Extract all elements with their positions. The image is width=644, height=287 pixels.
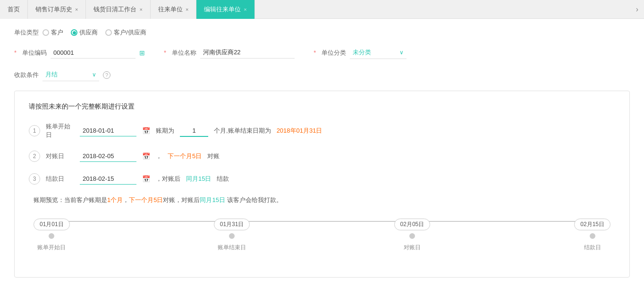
- radio-group: 客户 供应商 客户/供应商: [42, 28, 146, 37]
- period-row3-prefix: ，对账后: [156, 175, 180, 183]
- period-row-2: 2 对账日 📅 ， 下一个月5日 对账: [29, 151, 615, 162]
- preview-prefix: 账期预览：当前客户账期是: [34, 196, 107, 203]
- period-recon-date-input[interactable]: [80, 151, 136, 162]
- period-row2-next-text: 下一个月5日: [168, 152, 202, 160]
- main-content: 单位类型 客户 供应商 客户/供应商 * 单位编码: [0, 19, 644, 287]
- radio-both-circle: [105, 29, 112, 36]
- category-group: * 单位分类 未分类 ∨: [314, 46, 407, 59]
- timeline-label-2: 对账日: [404, 244, 421, 252]
- period-recon-date-calendar-icon[interactable]: 📅: [142, 152, 150, 160]
- tab-cash-work-close[interactable]: ×: [139, 7, 142, 12]
- period-start-date-calendar-icon[interactable]: 📅: [142, 127, 150, 135]
- radio-customer[interactable]: 客户: [42, 28, 63, 37]
- period-label-1: 账单开始日: [46, 122, 74, 139]
- tab-home-label: 首页: [8, 5, 20, 14]
- period-num-3: 3: [29, 173, 40, 185]
- preview-suffix: 该客户会给我打款。: [225, 196, 282, 203]
- tab-more-button[interactable]: ›: [630, 0, 644, 19]
- radio-both[interactable]: 客户/供应商: [105, 28, 146, 37]
- radio-customer-label: 客户: [51, 28, 63, 37]
- name-label: 单位名称: [172, 49, 196, 57]
- period-end-date-highlight: 2018年01月31日: [277, 127, 322, 135]
- tab-cash-work[interactable]: 钱货日清工作台 ×: [86, 0, 150, 19]
- payment-terms-label: 收款条件: [14, 71, 39, 79]
- preview-part3: 同月15日: [200, 196, 225, 203]
- tab-home[interactable]: 首页: [0, 0, 28, 19]
- period-row2-suffix: 对账: [207, 152, 220, 160]
- payment-terms-select[interactable]: 月结 ∨: [42, 68, 99, 81]
- preview-sep1: ，: [123, 196, 129, 203]
- radio-both-label: 客户/供应商: [114, 28, 146, 37]
- code-group: * 单位编码 ⊞: [14, 47, 145, 59]
- section-title: 请按照未来的一个完整帐期进行设置: [29, 102, 615, 111]
- radio-supplier[interactable]: 供应商: [71, 28, 98, 37]
- unit-type-group: 单位类型 客户 供应商 客户/供应商: [14, 28, 146, 37]
- period-payment-date-input[interactable]: [80, 173, 136, 185]
- timeline-dot-0: [49, 233, 54, 239]
- timeline-date-badge-0: 01月01日: [34, 219, 70, 230]
- category-chevron-icon: ∨: [399, 49, 404, 56]
- payment-terms-help-icon[interactable]: ?: [103, 71, 110, 79]
- tabs-bar: 首页 销售订单历史 × 钱货日清工作台 × 往来单位 × 编辑往来单位 × ›: [0, 0, 644, 19]
- period-label-2: 对账日: [46, 152, 74, 160]
- tab-partners-close[interactable]: ×: [186, 7, 188, 12]
- name-required: *: [164, 49, 166, 56]
- period-start-date-input[interactable]: [80, 125, 136, 136]
- radio-supplier-circle: [71, 29, 77, 36]
- category-value: 未分类: [353, 48, 397, 57]
- payment-terms-group: 收款条件 月结 ∨ ?: [14, 68, 110, 81]
- tab-sales-history[interactable]: 销售订单历史 ×: [28, 0, 86, 19]
- tab-partners-label: 往来单位: [158, 5, 183, 14]
- tab-partners[interactable]: 往来单位 ×: [151, 0, 196, 19]
- timeline-dot-3: [590, 233, 595, 239]
- code-required: *: [14, 49, 17, 56]
- preview-text: 账期预览：当前客户账期是1个月，下一个月5日对账，对账后同月15日 该客户会给我…: [34, 196, 610, 204]
- timeline-dot-1: [229, 233, 235, 239]
- period-row3-suffix: 结款: [217, 175, 229, 183]
- payment-terms-value: 月结: [45, 70, 89, 79]
- category-select[interactable]: 未分类 ∨: [350, 46, 407, 59]
- timeline-date-badge-1: 01月31日: [214, 219, 250, 230]
- timeline-point-2: 02月05日 对账日: [394, 219, 431, 252]
- period-num-2: 2: [29, 151, 40, 162]
- timeline-date-badge-3: 02月15日: [574, 219, 610, 230]
- period-num-1: 1: [29, 125, 40, 136]
- period-section-box: 请按照未来的一个完整帐期进行设置 1 账单开始日 📅 账期为 个月,账单结束日期…: [14, 91, 630, 278]
- name-input[interactable]: [200, 47, 295, 59]
- payment-terms-row: 收款条件 月结 ∨ ?: [14, 68, 630, 81]
- timeline-points: 01月01日 账单开始日 01月31日 账单结束日 02月05日 对账日 02月…: [34, 219, 610, 252]
- period-row1-suffix: 个月,账单结束日期为: [214, 127, 271, 135]
- tab-edit-partner-close[interactable]: ×: [244, 7, 246, 12]
- copy-icon[interactable]: ⊞: [139, 49, 145, 57]
- timeline-point-0: 01月01日 账单开始日: [34, 219, 70, 252]
- tab-sales-history-close[interactable]: ×: [75, 7, 78, 12]
- timeline-point-3: 02月15日 结款日: [574, 219, 610, 252]
- tab-cash-work-label: 钱货日清工作台: [93, 5, 136, 14]
- code-name-category-row: * 单位编码 ⊞ * 单位名称 * 单位分类 未分类 ∨: [14, 46, 630, 59]
- period-label-3: 结款日: [46, 175, 74, 183]
- tab-sales-history-label: 销售订单历史: [35, 5, 72, 14]
- category-label: 单位分类: [322, 49, 346, 57]
- timeline-label-3: 结款日: [584, 244, 601, 252]
- timeline-label-0: 账单开始日: [37, 244, 66, 252]
- period-row3-highlight: 同月15日: [186, 175, 211, 183]
- code-input[interactable]: [51, 47, 136, 59]
- period-row-1: 1 账单开始日 📅 账期为 个月,账单结束日期为 2018年01月31日: [29, 122, 615, 139]
- preview-part1: 1个月: [107, 196, 123, 203]
- timeline-dot-2: [409, 233, 415, 239]
- period-payment-date-calendar-icon[interactable]: 📅: [142, 175, 150, 183]
- preview-part2: 下一个月5日: [129, 196, 163, 203]
- tab-edit-partner-label: 编辑往来单位: [204, 5, 241, 14]
- unit-type-row: 单位类型 客户 供应商 客户/供应商: [14, 28, 630, 37]
- timeline-date-badge-2: 02月05日: [394, 219, 431, 230]
- period-row1-middle: 账期为: [156, 127, 174, 135]
- category-required: *: [314, 49, 316, 56]
- payment-terms-chevron-icon: ∨: [92, 71, 96, 78]
- tab-edit-partner[interactable]: 编辑往来单位 ×: [196, 0, 254, 19]
- unit-type-label: 单位类型: [14, 28, 39, 37]
- code-label: 单位编码: [22, 49, 47, 57]
- period-row-3: 3 结款日 📅 ，对账后 同月15日 结款: [29, 173, 615, 185]
- preview-section: 账期预览：当前客户账期是1个月，下一个月5日对账，对账后同月15日 该客户会给我…: [29, 196, 615, 266]
- period-row2-sep: ，: [156, 152, 162, 160]
- period-month-input[interactable]: [180, 125, 208, 137]
